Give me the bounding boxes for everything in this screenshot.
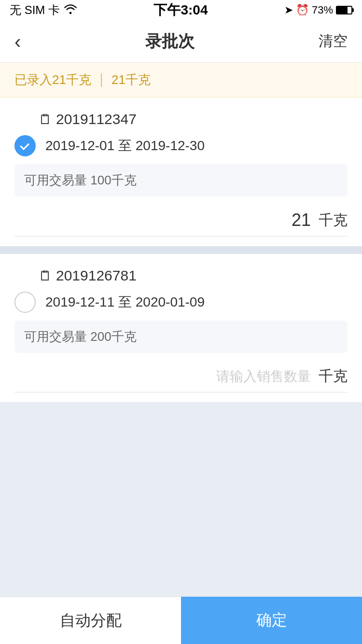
page-title: 录批次 (145, 30, 195, 53)
wifi-icon (64, 3, 77, 17)
batch-header-2: 🗒 2019126781 (0, 254, 362, 284)
status-bar: 无 SIM 卡 下午3:04 ➤ ⏰ 73% (0, 0, 362, 20)
batch-card-1: 🗒 2019112347 2019-12-01 至 2019-12-30 可用交… (0, 98, 362, 246)
batch-card-2: 🗒 2019126781 2019-12-11 至 2020-01-09 可用交… (0, 254, 362, 402)
clear-button[interactable]: 清空 (319, 31, 348, 51)
auto-distribute-button[interactable]: 自动分配 (0, 597, 181, 644)
battery-icon (336, 6, 352, 14)
battery-percent: 73% (312, 4, 333, 16)
time-display: 下午3:04 (153, 1, 208, 19)
batch-date-row-1: 2019-12-01 至 2019-12-30 (0, 127, 362, 156)
status-left: 无 SIM 卡 (10, 2, 77, 18)
batch-id-icon-1: 🗒 (39, 112, 52, 127)
confirm-button[interactable]: 确定 (181, 597, 362, 644)
card-bottom-space-2 (0, 392, 362, 402)
back-button[interactable]: ‹ (14, 32, 21, 51)
location-icon: ➤ (284, 4, 293, 16)
qty-unit-1: 千克 (319, 210, 348, 230)
qty-input-2[interactable] (166, 369, 311, 384)
card-bottom-space-1 (0, 237, 362, 246)
status-right: ➤ ⏰ 73% (284, 4, 352, 16)
batch-date-row-2: 2019-12-11 至 2020-01-09 (0, 284, 362, 313)
qty-value-1: 21 (292, 210, 311, 230)
batch-header-1: 🗒 2019112347 (0, 98, 362, 127)
radio-btn-2[interactable] (14, 292, 36, 313)
batch-id-icon-2: 🗒 (39, 268, 52, 284)
batch-date-2: 2019-12-11 至 2020-01-09 (45, 293, 205, 311)
batch-id-1: 🗒 2019112347 (39, 111, 348, 127)
recorded-label: 已录入21千克 (14, 71, 91, 88)
carrier-label: 无 SIM 卡 (10, 2, 60, 18)
qty-unit-2: 千克 (319, 366, 348, 386)
qty-section-2: 千克 (0, 366, 362, 392)
batch-available-2: 可用交易量 200千克 (14, 321, 348, 353)
info-banner: 已录入21千克 21千克 (0, 63, 362, 98)
recorded-value: 21千克 (111, 71, 151, 88)
qty-row-2: 千克 (14, 366, 348, 392)
radio-btn-1[interactable] (14, 135, 36, 156)
batch-available-1: 可用交易量 100千克 (14, 164, 348, 196)
nav-bar: ‹ 录批次 清空 (0, 20, 362, 63)
banner-divider (101, 73, 102, 87)
empty-area (0, 402, 362, 597)
batch-id-2: 🗒 2019126781 (39, 267, 348, 284)
qty-row-1: 21 千克 (14, 210, 348, 237)
section-divider (0, 246, 362, 254)
qty-section-1: 21 千克 (0, 210, 362, 237)
content-area: 已录入21千克 21千克 🗒 2019112347 2019-12-01 至 2… (0, 63, 362, 597)
batch-date-1: 2019-12-01 至 2019-12-30 (45, 137, 205, 155)
alarm-icon: ⏰ (296, 4, 309, 16)
bottom-bar: 自动分配 确定 (0, 597, 362, 644)
